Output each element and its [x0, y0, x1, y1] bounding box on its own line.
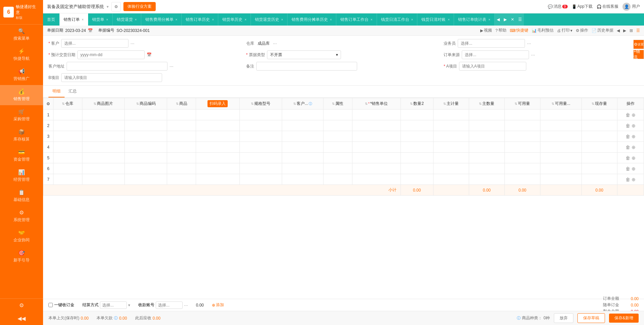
copy-icon[interactable]: ⊕	[632, 166, 636, 171]
row-main-unit[interactable]	[433, 131, 469, 142]
row-product-code[interactable]	[125, 142, 167, 153]
row-qty2[interactable]	[401, 174, 433, 185]
grid-view-btn[interactable]: ⊞	[630, 28, 633, 33]
row-qty2[interactable]	[401, 120, 433, 131]
sidebar-item-collapse[interactable]: ◀◀	[0, 312, 43, 325]
row-product-image[interactable]	[82, 163, 124, 174]
row-warehouse[interactable]	[53, 163, 82, 174]
row-current-qty[interactable]	[581, 163, 617, 174]
row-spec[interactable]	[239, 131, 282, 142]
invoice-type-select[interactable]: 不开票 ▾	[267, 50, 341, 59]
sidebar-item-inventory[interactable]: 📦库存核算	[0, 125, 43, 146]
receipt-account-expand-btn[interactable]: ···	[184, 302, 188, 308]
delete-icon[interactable]: 🗑	[626, 177, 630, 182]
row-warehouse[interactable]	[53, 110, 82, 120]
tab-sales-expense-split[interactable]: 销售费用分摊单×	[141, 13, 182, 26]
row-available-more[interactable]	[540, 120, 581, 131]
delivery-date-input[interactable]	[77, 50, 145, 59]
tab-sales-return[interactable]: 销货单×	[88, 13, 113, 26]
tab-sales-order-workbench[interactable]: 销售订单工作台×	[336, 13, 377, 26]
row-spec[interactable]	[239, 120, 282, 131]
customer-expand-btn[interactable]: ···	[130, 41, 135, 46]
th-customer-code[interactable]: ⇅客户...ⓘ	[282, 98, 323, 110]
discard-button[interactable]: 放弃	[554, 313, 573, 323]
row-scan[interactable]	[196, 142, 240, 153]
add-payment-btn[interactable]: ⊕ 添加	[212, 302, 224, 308]
tab-detail[interactable]: 明细	[48, 86, 65, 97]
settings-panel-btn[interactable]: ⚙ 设置	[633, 40, 644, 49]
th-sales-unit[interactable]: ⇅**销售单位	[352, 98, 401, 110]
row-available-qty[interactable]	[504, 174, 540, 185]
row-main-unit[interactable]	[433, 120, 469, 131]
th-main-unit[interactable]: ⇅主计量	[433, 98, 469, 110]
sidebar-item-marketing[interactable]: 📢营销推广	[0, 65, 43, 85]
row-customer-code[interactable]	[282, 110, 323, 120]
row-product-image[interactable]	[82, 110, 124, 120]
row-current-qty[interactable]	[581, 120, 617, 131]
row-sales-unit[interactable]	[352, 174, 401, 185]
row-product-code[interactable]	[125, 120, 167, 131]
row-available-more[interactable]	[540, 174, 581, 185]
row-available-qty[interactable]	[504, 142, 540, 153]
tab-close-icon[interactable]: ×	[135, 18, 137, 22]
row-current-qty[interactable]	[581, 174, 617, 185]
row-sales-unit[interactable]	[352, 120, 401, 131]
row-product-image[interactable]	[82, 131, 124, 142]
payment-method-input[interactable]	[100, 301, 127, 309]
tab-close-all-btn[interactable]: ✕	[509, 13, 516, 26]
history-btn[interactable]: 📄 历史单据	[592, 28, 613, 33]
row-warehouse[interactable]	[53, 142, 82, 153]
next-record-btn[interactable]: ▶	[623, 28, 626, 33]
row-available-more[interactable]	[540, 131, 581, 142]
row-scan[interactable]	[196, 153, 240, 163]
address-input[interactable]	[67, 62, 167, 71]
row-product-code[interactable]	[125, 131, 167, 142]
operation-btn[interactable]: ⚙ 操作	[576, 28, 588, 33]
tab-close-icon[interactable]: ×	[176, 18, 178, 22]
address-expand-btn[interactable]: ···	[169, 64, 174, 69]
row-scan[interactable]	[196, 120, 240, 131]
row-main-qty[interactable]	[469, 142, 504, 153]
tab-close-icon[interactable]: ×	[330, 18, 332, 22]
settings-button[interactable]: ⚙	[111, 2, 121, 11]
row-qty2[interactable]	[401, 163, 433, 174]
sidebar-item-sales[interactable]: 💰销售管理	[0, 85, 43, 105]
staff-input[interactable]	[458, 39, 525, 48]
row-main-unit[interactable]	[433, 110, 469, 120]
tab-cash-daily-workbench[interactable]: 钱货日清工作台×	[377, 13, 418, 26]
row-product-image[interactable]	[82, 142, 124, 153]
calendar-icon[interactable]: 📅	[88, 28, 93, 33]
row-customer-code[interactable]	[282, 142, 323, 153]
th-product-image[interactable]: ⇅商品图片	[82, 98, 124, 110]
row-available-qty[interactable]	[504, 163, 540, 174]
tab-close-icon[interactable]: ×	[371, 18, 373, 22]
view-btn[interactable]: ▶ 视频	[480, 28, 492, 33]
row-spec[interactable]	[239, 153, 282, 163]
copy-icon[interactable]: ⊕	[632, 123, 636, 128]
one-click-settlement-checkbox[interactable]: 一键收订金	[48, 302, 74, 308]
logistics-panel-btn[interactable]: +物流	[633, 50, 644, 59]
row-available-more[interactable]	[540, 153, 581, 163]
th-warehouse[interactable]: ⇅仓库	[53, 98, 82, 110]
tab-summary[interactable]: 汇总	[65, 86, 81, 97]
row-main-qty[interactable]	[469, 120, 504, 131]
tab-sales-return-history[interactable]: 销货单历史×	[218, 13, 251, 26]
row-product-code[interactable]	[125, 110, 167, 120]
th-main-qty[interactable]: ⇅主数量	[469, 98, 504, 110]
tab-close-icon[interactable]: ×	[244, 18, 247, 22]
help-btn[interactable]: ? 帮助	[495, 28, 506, 33]
tab-home[interactable]: 首页	[43, 13, 60, 26]
order-source-expand-btn[interactable]: ···	[531, 52, 535, 57]
tab-close-icon[interactable]: ×	[212, 18, 214, 22]
row-scan[interactable]	[196, 110, 240, 120]
row-scan[interactable]	[196, 131, 240, 142]
settlement-checkbox-input[interactable]	[48, 303, 53, 307]
save-draft-button[interactable]: 保存草稿	[577, 313, 605, 323]
row-attribute[interactable]	[323, 174, 352, 185]
row-product[interactable]	[167, 131, 196, 142]
th-attribute[interactable]: ⇅属性	[323, 98, 352, 110]
receipt-account-input[interactable]	[156, 301, 183, 309]
sidebar-item-business[interactable]: 📊经营管理	[0, 166, 43, 186]
row-sales-unit[interactable]	[352, 153, 401, 163]
row-current-qty[interactable]	[581, 131, 617, 142]
